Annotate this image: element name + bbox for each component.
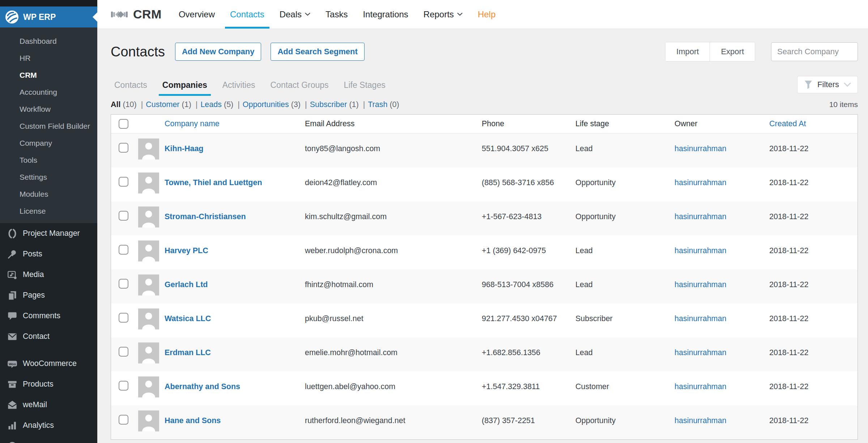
owner-link[interactable]: hasinurrahman bbox=[675, 144, 726, 153]
wp-erp-label: WP ERP bbox=[23, 12, 56, 22]
tab-companies[interactable]: Companies bbox=[159, 76, 211, 96]
row-checkbox[interactable] bbox=[119, 381, 128, 391]
filter-label[interactable]: Leads bbox=[200, 100, 222, 109]
sidebar-item-partial[interactable] bbox=[0, 436, 97, 443]
select-all-checkbox[interactable] bbox=[119, 119, 128, 129]
owner-link[interactable]: hasinurrahman bbox=[675, 348, 726, 357]
sidebar-item-woocommerce[interactable]: Woo WooCommerce bbox=[0, 353, 97, 374]
sidebar-item-crm[interactable]: CRM bbox=[0, 67, 97, 84]
nav-help[interactable]: Help bbox=[470, 0, 503, 29]
row-checkbox[interactable] bbox=[119, 177, 128, 187]
sidebar-item-wp-erp[interactable]: WP ERP bbox=[0, 7, 97, 27]
email-cell: tony85@langosh.com bbox=[305, 133, 482, 167]
owner-link[interactable]: hasinurrahman bbox=[675, 178, 726, 187]
tab-life-stages[interactable]: Life Stages bbox=[340, 76, 389, 96]
tab-activities[interactable]: Activities bbox=[219, 76, 259, 96]
filter-trash[interactable]: Trash(0) bbox=[359, 100, 399, 109]
owner-link[interactable]: hasinurrahman bbox=[675, 212, 726, 221]
nav-contacts[interactable]: Contacts bbox=[222, 0, 272, 29]
tabs-row: Contacts Companies Activities Contact Gr… bbox=[111, 76, 858, 96]
company-name-link[interactable]: Kihn-Haag bbox=[165, 144, 204, 153]
created-at-cell: 2018-11-22 bbox=[769, 167, 858, 201]
owner-link[interactable]: hasinurrahman bbox=[675, 416, 726, 425]
search-company-input[interactable] bbox=[771, 42, 858, 61]
sidebar-item-settings[interactable]: Settings bbox=[0, 169, 97, 186]
menu-separator bbox=[0, 347, 97, 353]
row-checkbox[interactable] bbox=[119, 415, 128, 425]
nav-reports[interactable]: Reports bbox=[416, 0, 470, 29]
company-name-link[interactable]: Stroman-Christiansen bbox=[165, 212, 246, 221]
email-cell: emelie.mohr@hotmail.com bbox=[305, 337, 482, 371]
table-row: Abernathy and Sons luettgen.abel@yahoo.c… bbox=[111, 371, 858, 405]
row-checkbox[interactable] bbox=[119, 347, 128, 357]
sidebar-item-contact[interactable]: Contact bbox=[0, 326, 97, 347]
row-checkbox[interactable] bbox=[119, 313, 128, 323]
owner-link[interactable]: hasinurrahman bbox=[675, 382, 726, 391]
owner-link[interactable]: hasinurrahman bbox=[675, 314, 726, 323]
sidebar-item-dashboard[interactable]: Dashboard bbox=[0, 33, 97, 50]
company-name-link[interactable]: Harvey PLC bbox=[165, 246, 208, 255]
import-button[interactable]: Import bbox=[665, 42, 710, 61]
sidebar-item-accounting[interactable]: Accounting bbox=[0, 84, 97, 101]
status-filter-list: All(10) Customer(1) Leads(5) Opportuniti… bbox=[111, 100, 399, 109]
tab-contacts[interactable]: Contacts bbox=[111, 76, 151, 96]
crm-brand: CRM bbox=[133, 7, 162, 21]
company-name-link[interactable]: Towne, Thiel and Luettgen bbox=[165, 178, 262, 187]
add-new-company-button[interactable]: Add New Company bbox=[175, 43, 261, 61]
project-manager-icon bbox=[7, 229, 17, 239]
sidebar-item-custom-field-builder[interactable]: Custom Field Builder bbox=[0, 118, 97, 135]
filters-button[interactable]: Filters bbox=[797, 76, 858, 93]
sidebar-item-comments[interactable]: Comments bbox=[0, 306, 97, 326]
row-checkbox[interactable] bbox=[119, 143, 128, 153]
sidebar-item-license[interactable]: License bbox=[0, 203, 97, 220]
nav-integrations[interactable]: Integrations bbox=[355, 0, 416, 29]
sidebar-item-tools[interactable]: Tools bbox=[0, 152, 97, 169]
email-cell: weber.rudolph@crona.com bbox=[305, 235, 482, 269]
row-checkbox[interactable] bbox=[119, 245, 128, 255]
company-name-link[interactable]: Watsica LLC bbox=[165, 314, 211, 323]
company-name-link[interactable]: Gerlach Ltd bbox=[165, 280, 208, 289]
sidebar-item-media[interactable]: Media bbox=[0, 264, 97, 285]
company-name-link[interactable]: Erdman LLC bbox=[165, 348, 211, 357]
column-header-company-name[interactable]: Company name bbox=[165, 119, 305, 128]
crm-nav-links: Overview Contacts Deals Tasks Integratio… bbox=[171, 0, 503, 29]
sidebar-item-company[interactable]: Company bbox=[0, 135, 97, 152]
sidebar-item-wemail[interactable]: weMail bbox=[0, 395, 97, 415]
filter-customer[interactable]: Customer(1) bbox=[137, 100, 191, 109]
filter-label[interactable]: Opportunities bbox=[243, 100, 289, 109]
company-name-link[interactable]: Hane and Sons bbox=[165, 416, 221, 425]
export-button[interactable]: Export bbox=[710, 42, 755, 61]
row-checkbox[interactable] bbox=[119, 211, 128, 221]
filter-all[interactable]: All(10) bbox=[111, 100, 137, 109]
filter-label[interactable]: Subscriber bbox=[310, 100, 347, 109]
company-avatar bbox=[138, 206, 159, 227]
life-stage-cell: Customer bbox=[575, 371, 675, 405]
sidebar-item-posts[interactable]: Posts bbox=[0, 244, 97, 264]
tab-contact-groups[interactable]: Contact Groups bbox=[267, 76, 332, 96]
filter-subscriber[interactable]: Subscriber(1) bbox=[301, 100, 359, 109]
table-row: Gerlach Ltd fhintz@hotmail.com 968-513-7… bbox=[111, 269, 858, 303]
company-name-link[interactable]: Abernathy and Sons bbox=[165, 382, 240, 391]
sidebar-item-project-manager[interactable]: Project Manager bbox=[0, 223, 97, 244]
admin-sidebar: WP ERP Dashboard HR CRM Accounting Workf… bbox=[0, 0, 97, 443]
owner-link[interactable]: hasinurrahman bbox=[675, 246, 726, 255]
email-cell: deion42@flatley.com bbox=[305, 167, 482, 201]
filter-label[interactable]: All bbox=[111, 100, 120, 109]
filter-leads[interactable]: Leads(5) bbox=[191, 100, 233, 109]
sidebar-item-analytics[interactable]: Analytics bbox=[0, 415, 97, 436]
sidebar-item-modules[interactable]: Modules bbox=[0, 186, 97, 203]
nav-tasks[interactable]: Tasks bbox=[318, 0, 355, 29]
row-checkbox[interactable] bbox=[119, 279, 128, 289]
sidebar-item-workflow[interactable]: Workflow bbox=[0, 101, 97, 118]
sidebar-item-products[interactable]: Products bbox=[0, 374, 97, 395]
filter-label[interactable]: Trash bbox=[368, 100, 387, 109]
add-search-segment-button[interactable]: Add Search Segment bbox=[271, 43, 364, 61]
filter-opportunities[interactable]: Opportunities(3) bbox=[233, 100, 301, 109]
nav-overview[interactable]: Overview bbox=[171, 0, 222, 29]
nav-deals[interactable]: Deals bbox=[272, 0, 318, 29]
owner-link[interactable]: hasinurrahman bbox=[675, 280, 726, 289]
sidebar-item-pages[interactable]: Pages bbox=[0, 285, 97, 306]
column-header-created-at[interactable]: Created At bbox=[769, 119, 858, 128]
filter-label[interactable]: Customer bbox=[146, 100, 179, 109]
sidebar-item-hr[interactable]: HR bbox=[0, 50, 97, 67]
